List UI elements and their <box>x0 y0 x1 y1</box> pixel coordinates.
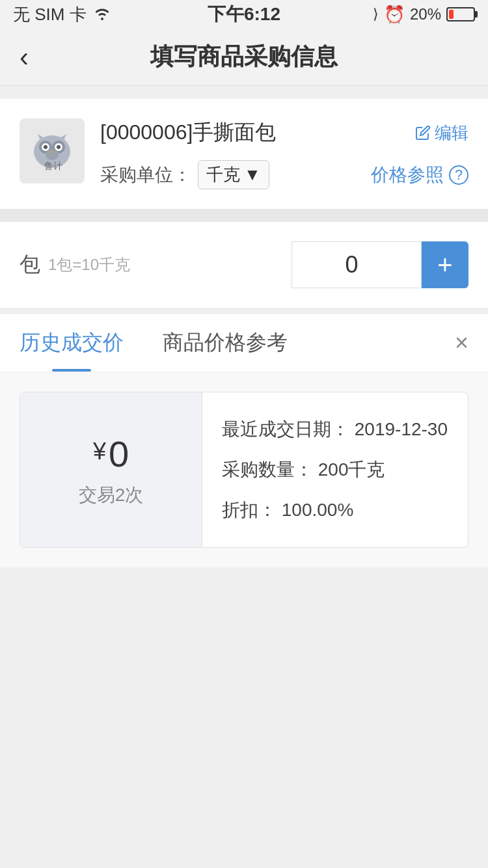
nav-bar: ‹ 填写商品采购信息 <box>0 29 488 86</box>
quantity-plus-button[interactable]: + <box>422 241 468 288</box>
price-summary-left: ¥ 0 交易2次 <box>20 392 202 547</box>
status-left: 无 SIM 卡 <box>13 3 111 26</box>
quantity-row: 包 1包=10千克 + <box>0 222 488 308</box>
latest-date-row: 最近成交日期： 2019-12-30 <box>222 416 448 443</box>
product-header: [0000006]手撕面包 编辑 <box>100 118 468 147</box>
product-image: 鲁计 <box>20 118 85 183</box>
svg-text:鲁计: 鲁计 <box>44 161 62 171</box>
quantity-input[interactable] <box>291 241 422 288</box>
price-reference-button[interactable]: 价格参照 ? <box>371 163 468 187</box>
purchase-qty-row: 采购数量： 200千克 <box>222 456 448 483</box>
price-ref-label: 价格参照 <box>371 163 444 187</box>
tab-market-label: 商品价格参考 <box>163 329 288 357</box>
battery-percent: 20% <box>410 5 441 23</box>
product-unit-row: 采购单位： 千克 ▼ 价格参照 ? <box>100 160 468 189</box>
product-info: [0000006]手撕面包 编辑 采购单位： 千克 ▼ 价格参照 ? <box>100 118 468 189</box>
discount-value: 100.00% <box>282 500 354 520</box>
tab-market-price[interactable]: 商品价格参考 <box>163 314 288 372</box>
alarm-icon: ⏰ <box>384 5 405 25</box>
dropdown-arrow-icon: ▼ <box>244 165 261 185</box>
quantity-label: 包 1包=10千克 <box>20 251 130 279</box>
product-thumbnail: 鲁计 <box>26 122 78 180</box>
price-content: ¥ 0 交易2次 最近成交日期： 2019-12-30 采购数量： 200千克 … <box>0 372 488 567</box>
price-detail-right: 最近成交日期： 2019-12-30 采购数量： 200千克 折扣： 100.0… <box>202 392 468 547</box>
back-button[interactable]: ‹ <box>20 44 29 71</box>
price-reference-panel: 历史成交价 商品价格参考 × ¥ 0 交易2次 最近成交日期： 2019-12-… <box>0 314 488 567</box>
status-time: 下午6:12 <box>208 2 280 27</box>
price-card: ¥ 0 交易2次 最近成交日期： 2019-12-30 采购数量： 200千克 … <box>20 392 468 548</box>
wifi-icon <box>93 5 111 25</box>
latest-date-value: 2019-12-30 <box>355 419 448 439</box>
edit-label: 编辑 <box>435 122 468 144</box>
page-title: 填写商品采购信息 <box>150 41 338 73</box>
status-bar: 无 SIM 卡 下午6:12 ⟩ ⏰ 20% <box>0 0 488 29</box>
location-icon: ⟩ <box>373 6 379 23</box>
svg-point-6 <box>57 145 61 149</box>
edit-button[interactable]: 编辑 <box>415 122 468 144</box>
quantity-unit-icon: 包 <box>20 251 40 279</box>
close-panel-button[interactable]: × <box>455 329 468 357</box>
purchase-qty-label: 采购数量： <box>222 459 313 480</box>
price-value: 0 <box>109 433 129 475</box>
currency-symbol: ¥ <box>93 438 106 465</box>
carrier-label: 无 SIM 卡 <box>13 3 87 26</box>
unit-select-dropdown[interactable]: 千克 ▼ <box>198 160 269 189</box>
trade-count: 交易2次 <box>79 483 144 508</box>
price-amount-display: ¥ 0 <box>93 433 129 475</box>
price-ref-help-icon: ? <box>449 165 468 185</box>
tab-history-label: 历史成交价 <box>20 329 124 357</box>
latest-date-label: 最近成交日期： <box>222 419 349 439</box>
discount-row: 折扣： 100.00% <box>222 496 448 524</box>
product-name: [0000006]手撕面包 <box>100 118 276 147</box>
tab-history-price[interactable]: 历史成交价 <box>20 314 124 372</box>
quantity-unit-equiv: 1包=10千克 <box>48 254 130 275</box>
quantity-control: + <box>291 241 468 288</box>
section-divider <box>0 209 488 222</box>
product-card: 鲁计 [0000006]手撕面包 编辑 采购单位： 千克 ▼ <box>0 99 488 209</box>
discount-label: 折扣： <box>222 500 277 520</box>
svg-point-5 <box>44 145 47 149</box>
price-panel-tabs: 历史成交价 商品价格参考 × <box>0 314 488 372</box>
battery-icon <box>446 7 475 21</box>
unit-value: 千克 <box>206 163 240 186</box>
purchase-qty-value: 200千克 <box>318 459 385 480</box>
status-right: ⟩ ⏰ 20% <box>373 5 475 25</box>
unit-label: 采购单位： 千克 ▼ <box>100 160 269 189</box>
